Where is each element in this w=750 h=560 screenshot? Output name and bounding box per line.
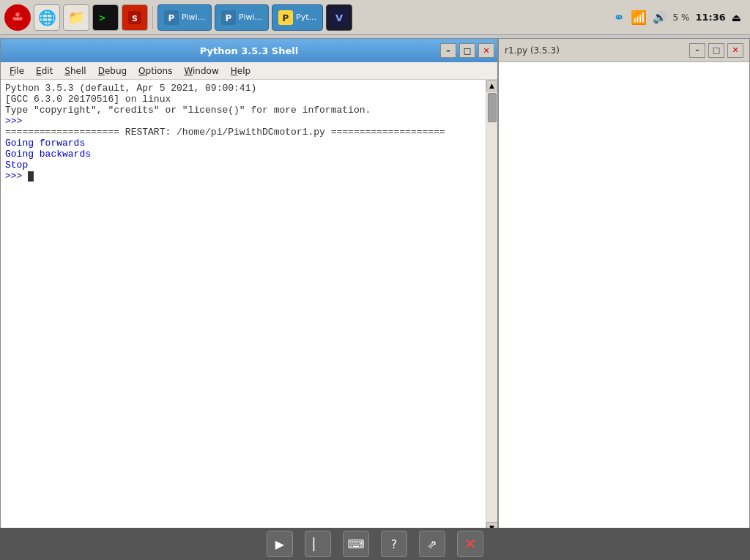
cursor-tool-button[interactable]: ▶	[267, 531, 293, 557]
battery-indicator: 5 %	[673, 12, 690, 23]
svg-text:V: V	[335, 12, 343, 23]
editor-restore-button[interactable]: □	[708, 43, 724, 58]
menu-edit[interactable]: Edit	[30, 64, 59, 78]
python-shell-window: Python 3.5.3 Shell – □ ✕ File Edit Shell…	[0, 38, 498, 550]
output-stop: Stop	[5, 160, 481, 171]
shell-output[interactable]: Python 3.5.3 (default, Apr 5 2021, 09:00…	[1, 80, 486, 534]
menu-window[interactable]: Window	[178, 64, 224, 78]
scroll-thumb[interactable]	[488, 93, 497, 122]
editor-title: r1.py (3.5.3)	[505, 45, 560, 56]
output-line-1: Python 3.5.3 (default, Apr 5 2021, 09:00…	[5, 83, 481, 94]
output-prompt-1: >>>	[5, 116, 481, 127]
editor-window: r1.py (3.5.3) – □ ✕	[498, 38, 750, 550]
scroll-track[interactable]	[486, 92, 497, 522]
editor-minimize-button[interactable]: –	[689, 43, 705, 58]
terminal-button[interactable]: >_	[92, 4, 119, 31]
volume-icon[interactable]: 🔊	[653, 10, 667, 24]
output-going-backwards: Going backwards	[5, 149, 481, 160]
shell-window-controls: – □ ✕	[440, 43, 494, 58]
system-tray: ⚭ 📶 🔊 5 % 11:36 ⏏	[613, 10, 747, 25]
menu-shell[interactable]: Shell	[59, 64, 92, 78]
menu-help[interactable]: Help	[225, 64, 256, 78]
wifi-icon[interactable]: 📶	[631, 10, 647, 25]
ve-button[interactable]: V	[326, 4, 352, 31]
shell-title: Python 3.5.3 Shell	[7, 45, 491, 56]
taskbar: 🌐 📁 >_ S P Piwi... P Piwi... P	[0, 0, 750, 35]
resize-tool-button[interactable]: ⇗	[419, 531, 445, 557]
cursor	[28, 171, 34, 182]
insert-tool-button[interactable]: ▏	[305, 531, 331, 557]
bottom-close-button[interactable]: ✕	[457, 531, 483, 557]
raspberry-menu-button[interactable]	[4, 4, 31, 31]
browser-button[interactable]: 🌐	[34, 4, 60, 31]
keyboard-tool-button[interactable]: ⌨	[343, 531, 369, 557]
minimize-button[interactable]: –	[440, 43, 456, 58]
clock: 11:36	[695, 12, 725, 23]
editor-titlebar: r1.py (3.5.3) – □ ✕	[499, 39, 749, 62]
python-tab-3[interactable]: P Pyt...	[272, 4, 323, 31]
output-line-2: [GCC 6.3.0 20170516] on linux	[5, 94, 481, 105]
svg-text:P: P	[283, 13, 289, 23]
svg-text:S: S	[132, 14, 138, 23]
menu-file[interactable]: File	[4, 64, 30, 78]
shell-content-area: Python 3.5.3 (default, Apr 5 2021, 09:00…	[1, 80, 497, 534]
output-prompt-2: >>>	[5, 171, 481, 182]
svg-point-1	[15, 12, 20, 17]
bluetooth-icon[interactable]: ⚭	[613, 10, 624, 25]
eject-icon[interactable]: ⏏	[732, 12, 741, 23]
shell-menubar: File Edit Shell Debug Options Window Hel…	[1, 62, 497, 80]
close-button[interactable]: ✕	[478, 43, 494, 58]
python-tab-2[interactable]: P Piwi...	[215, 4, 269, 31]
editor-window-controls: – □ ✕	[689, 43, 743, 58]
files-button[interactable]: 📁	[63, 4, 89, 31]
editor-close-button[interactable]: ✕	[727, 43, 743, 58]
python-tab-1[interactable]: P Piwi...	[157, 4, 212, 31]
output-restart: ==================== RESTART: /home/pi/P…	[5, 127, 481, 138]
bottom-toolbar: ▶ ▏ ⌨ ? ⇗ ✕	[0, 528, 750, 560]
svg-text:P: P	[168, 13, 175, 23]
shell-scrollbar[interactable]: ▲ ▼	[486, 80, 497, 534]
svn-button[interactable]: S	[122, 4, 148, 31]
menu-debug[interactable]: Debug	[92, 64, 133, 78]
help-tool-button[interactable]: ?	[381, 531, 407, 557]
scroll-up-arrow[interactable]: ▲	[486, 80, 498, 92]
output-line-3: Type "copyright", "credits" or "license(…	[5, 105, 481, 116]
maximize-button[interactable]: □	[459, 43, 475, 58]
shell-titlebar: Python 3.5.3 Shell – □ ✕	[1, 39, 497, 62]
svg-text:P: P	[226, 13, 232, 23]
separator-1	[152, 6, 153, 29]
output-going-forwards: Going forwards	[5, 138, 481, 149]
menu-options[interactable]: Options	[133, 64, 178, 78]
